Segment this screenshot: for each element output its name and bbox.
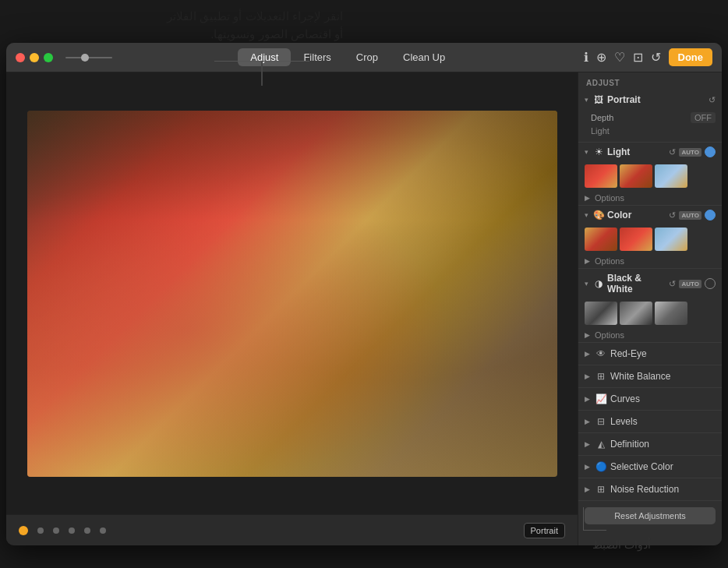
color-auto-badge[interactable]: AUTO — [679, 211, 701, 220]
bw-thumb-1[interactable] — [585, 302, 617, 325]
bottom-callout-text: أدوات الضبط — [592, 538, 651, 551]
portrait-undo-icon[interactable]: ↺ — [709, 95, 716, 105]
nav-dot-active[interactable] — [19, 526, 28, 535]
light-thumbs — [578, 161, 722, 191]
color-undo-icon[interactable]: ↺ — [669, 210, 676, 220]
light-toggle[interactable] — [705, 146, 716, 157]
tab-adjust[interactable]: Adjust — [238, 48, 291, 66]
selective-icon: 🔵 — [595, 460, 607, 473]
color-options-row[interactable]: ▶ Options — [578, 254, 722, 268]
portrait-icon: 🖼 — [593, 94, 604, 105]
section-portrait-header[interactable]: ▾ 🖼 Portrait ↺ — [578, 90, 722, 109]
toolbar-icons: ℹ ⊕ ♡ ⊡ ↺ Done — [584, 48, 713, 66]
levels-icon: ⊟ — [595, 415, 607, 428]
bw-toggle[interactable] — [705, 278, 716, 289]
info-icon[interactable]: ℹ — [584, 50, 588, 65]
item-curves[interactable]: ▶ 📈 Curves — [578, 388, 722, 411]
color-thumb-3[interactable] — [655, 228, 687, 251]
tooltip: انقر لإجراء التعديلات أو تطبيق الفلاتر أ… — [16, 8, 343, 43]
tab-filters[interactable]: Filters — [291, 48, 343, 66]
favorite-icon[interactable]: ♡ — [614, 50, 625, 65]
bw-undo-icon[interactable]: ↺ — [669, 279, 676, 289]
section-color-header[interactable]: ▾ 🎨 Color ↺ AUTO — [578, 206, 722, 224]
bottom-toolbar: Portrait — [6, 514, 578, 545]
minimize-button[interactable] — [30, 53, 39, 62]
section-light-header[interactable]: ▾ ☀ Light ↺ AUTO — [578, 143, 722, 161]
nav-dot-4[interactable] — [84, 527, 90, 534]
wb-label: White Balance — [610, 371, 716, 382]
sidebar-header: ADJUST — [578, 72, 722, 90]
bw-thumb-2[interactable] — [620, 302, 652, 325]
redeye-icon: 👁 — [595, 348, 607, 360]
section-bw: ▾ ◑ Black & White ↺ AUTO ▶ Optio — [578, 269, 722, 343]
chevron-definition: ▶ — [585, 440, 590, 448]
bottom-icons — [19, 526, 106, 535]
bw-auto-badge[interactable]: AUTO — [679, 280, 701, 288]
reset-adjustments-button[interactable]: Reset Adjustments — [585, 507, 716, 524]
item-noise[interactable]: ▶ ⊞ Noise Reduction — [578, 478, 722, 501]
chevron-light: ▾ — [585, 148, 588, 156]
chevron-wb: ▶ — [585, 372, 590, 380]
done-button[interactable]: Done — [669, 48, 713, 66]
light-actions: ↺ AUTO — [669, 146, 716, 157]
light-undo-icon[interactable]: ↺ — [669, 147, 676, 157]
depth-label: Depth — [591, 113, 613, 122]
item-redeye[interactable]: ▶ 👁 Red-Eye — [578, 343, 722, 365]
light-sub-label: Light — [591, 126, 716, 136]
nav-dot-2[interactable] — [53, 527, 59, 534]
tooltip-line1: انقر لإجراء التعديلات أو تطبيق الفلاتر — [16, 8, 343, 26]
photo-canvas — [6, 72, 578, 514]
section-portrait: ▾ 🖼 Portrait ↺ Depth OFF Light — [578, 90, 722, 143]
section-bw-header[interactable]: ▾ ◑ Black & White ↺ AUTO — [578, 269, 722, 298]
noise-label: Noise Reduction — [610, 484, 716, 495]
color-thumb-2[interactable] — [620, 228, 652, 251]
slider-thumb — [81, 54, 89, 62]
nav-dot-3[interactable] — [69, 527, 75, 534]
chevron-noise: ▶ — [585, 485, 590, 493]
maximize-button[interactable] — [44, 53, 53, 62]
color-toggle[interactable] — [705, 210, 716, 220]
nav-dot-1[interactable] — [37, 527, 44, 534]
chevron-portrait: ▾ — [585, 96, 588, 104]
color-thumb-1[interactable] — [585, 228, 617, 251]
item-wb[interactable]: ▶ ⊞ White Balance — [578, 365, 722, 388]
brightness-slider[interactable] — [65, 57, 112, 58]
callout-line-bottom — [583, 507, 584, 531]
nav-dot-5[interactable] — [100, 527, 106, 534]
light-thumb-2[interactable] — [620, 164, 652, 188]
item-definition[interactable]: ▶ ◭ Definition — [578, 433, 722, 456]
color-thumbs — [578, 224, 722, 254]
tooltip-line2: أو اقتصاص الصور وتسويتها. — [16, 26, 343, 44]
bw-title: Black & White — [607, 273, 666, 295]
portrait-content: Depth OFF Light — [578, 109, 722, 142]
definition-icon: ◭ — [595, 438, 607, 450]
redeye-label: Red-Eye — [610, 348, 716, 359]
light-thumb-3[interactable] — [655, 164, 687, 188]
light-options-row[interactable]: ▶ Options — [578, 191, 722, 205]
light-auto-badge[interactable]: AUTO — [679, 148, 701, 157]
noise-icon: ⊞ — [595, 483, 607, 496]
callout-line-top — [261, 61, 263, 86]
main-window: Adjust Filters Crop Clean Up ℹ ⊕ ♡ ⊡ ↺ D… — [6, 43, 722, 545]
light-thumb-1[interactable] — [585, 164, 617, 188]
share-icon[interactable]: ⊕ — [596, 50, 606, 65]
rotate-icon[interactable]: ↺ — [651, 50, 661, 65]
duplicate-icon[interactable]: ⊡ — [633, 50, 643, 65]
bw-options-label: Options — [595, 330, 624, 340]
bw-options-row[interactable]: ▶ Options — [578, 328, 722, 342]
slider-track — [65, 57, 112, 58]
bw-thumbs — [578, 298, 722, 328]
color-options-label: Options — [595, 256, 624, 266]
item-levels[interactable]: ▶ ⊟ Levels — [578, 411, 722, 433]
color-icon: 🎨 — [593, 210, 604, 220]
toolbar-tabs: Adjust Filters Crop Clean Up — [118, 48, 578, 66]
tab-crop[interactable]: Crop — [344, 48, 391, 66]
traffic-lights — [16, 53, 53, 62]
close-button[interactable] — [16, 53, 25, 62]
bw-thumb-3[interactable] — [655, 302, 687, 325]
levels-label: Levels — [610, 416, 716, 427]
tab-cleanup[interactable]: Clean Up — [391, 48, 458, 66]
item-selective[interactable]: ▶ 🔵 Selective Color — [578, 456, 722, 478]
curves-icon: 📈 — [595, 393, 607, 405]
portrait-title: Portrait — [607, 94, 705, 105]
